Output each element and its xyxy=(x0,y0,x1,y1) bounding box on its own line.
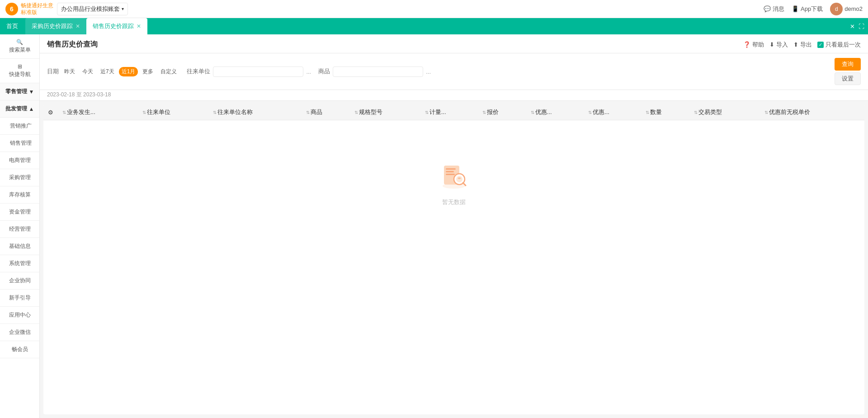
table-header-price[interactable]: ⇅报价 xyxy=(478,104,526,120)
message-icon: 💬 xyxy=(764,5,771,12)
svg-rect-4 xyxy=(446,174,455,175)
tab-sales-close-icon[interactable]: ✕ xyxy=(137,23,141,29)
table-header-quantity[interactable]: ⇅数量 xyxy=(641,104,689,120)
tab-purchase-history[interactable]: 采购历史价跟踪 ✕ xyxy=(25,18,86,34)
company-name: 办公用品行业模拟账套 xyxy=(61,5,120,13)
page-title: 销售历史价查询 xyxy=(47,40,98,49)
date-range-display: 2023-02-18 至 2023-03-18 xyxy=(47,91,111,98)
page-header: 销售历史价查询 ❓ 帮助 ⬇ 导入 ⬆ 导出 ✓ 只看最后一次 xyxy=(40,34,868,53)
sidebar-item-finance[interactable]: 资金管理 xyxy=(0,204,39,221)
sidebar-item-new-guide[interactable]: 新手引导 xyxy=(0,290,39,307)
date-btn-today[interactable]: 今天 xyxy=(80,67,96,76)
sidebar-item-operations[interactable]: 经营管理 xyxy=(0,221,39,238)
avatar: d xyxy=(830,3,843,15)
sidebar-item-inventory[interactable]: 库存核算 xyxy=(0,186,39,204)
export-icon: ⬆ xyxy=(793,41,798,48)
product-input[interactable] xyxy=(333,66,423,77)
grid-icon: ⊞ xyxy=(18,63,22,70)
logo-area: 6 畅捷通好生意 标准版 xyxy=(5,2,53,15)
setting-button[interactable]: 设置 xyxy=(835,72,861,85)
content-area: 销售历史价查询 ❓ 帮助 ⬇ 导入 ⬆ 导出 ✓ 只看最后一次 xyxy=(40,34,868,418)
table-area: ⚙ ⇅业务发生... ⇅往来单位 ⇅往来单位名称 ⇅商品 ⇅规格型号 ⇅计量..… xyxy=(43,104,864,414)
table-header-pre-tax-price[interactable]: ⇅优惠前无税单价 xyxy=(760,104,864,120)
header-left: 6 畅捷通好生意 标准版 办公用品行业模拟账套 ▾ xyxy=(5,2,128,15)
data-table: ⚙ ⇅业务发生... ⇅往来单位 ⇅往来单位名称 ⇅商品 ⇅规格型号 ⇅计量..… xyxy=(43,104,864,120)
sidebar-item-purchase[interactable]: 采购管理 xyxy=(0,169,39,186)
partner-dots[interactable]: ... xyxy=(306,68,311,75)
user-action[interactable]: d demo2 xyxy=(830,3,863,15)
table-header-partner-name[interactable]: ⇅往来单位名称 xyxy=(208,104,302,120)
sidebar-item-enterprise-collab[interactable]: 企业协同 xyxy=(0,272,39,290)
sidebar-item-wholesale-mgmt[interactable]: 批发管理 ▲ xyxy=(0,100,39,118)
sidebar-item-sales-mgmt[interactable]: 销售管理 xyxy=(0,135,39,152)
empty-text: 暂无数据 xyxy=(442,198,466,206)
svg-rect-2 xyxy=(446,168,456,170)
table-header-partner-code[interactable]: ⇅往来单位 xyxy=(138,104,208,120)
svg-rect-3 xyxy=(446,171,454,172)
date-btn-custom[interactable]: 自定义 xyxy=(158,67,179,76)
logo-icon: 6 xyxy=(5,3,18,15)
empty-state: 暂无数据 xyxy=(43,120,864,242)
page-actions: ❓ 帮助 ⬇ 导入 ⬆ 导出 ✓ 只看最后一次 xyxy=(743,41,861,49)
logo-text: 畅捷通好生意 标准版 xyxy=(21,2,53,15)
tab-bar: 首页 采购历史价跟踪 ✕ 销售历史价跟踪 ✕ ✕ ⛶ xyxy=(0,18,868,34)
date-btn-more[interactable]: 更多 xyxy=(140,67,156,76)
table-header-row: ⚙ ⇅业务发生... ⇅往来单位 ⇅往来单位名称 ⇅商品 ⇅规格型号 ⇅计量..… xyxy=(43,104,864,120)
import-button[interactable]: ⬇ 导入 xyxy=(769,41,788,49)
tab-sales-history[interactable]: 销售历史价跟踪 ✕ xyxy=(86,18,147,34)
help-icon: ❓ xyxy=(743,41,750,48)
sidebar-item-app-center[interactable]: 应用中心 xyxy=(0,307,39,324)
import-icon: ⬇ xyxy=(769,41,774,48)
sidebar-item-search-menu[interactable]: 🔍 搜索菜单 xyxy=(0,34,39,59)
fullscreen-icon[interactable]: ⛶ xyxy=(859,23,864,30)
tab-purchase-close-icon[interactable]: ✕ xyxy=(75,23,80,29)
message-action[interactable]: 💬 消息 xyxy=(764,5,784,13)
sidebar: 🔍 搜索菜单 ⊞ 快捷导航 零售管理 ▼ 批发管理 ▲ 营销推广 销售管理 电商… xyxy=(0,34,40,418)
table-header-gear[interactable]: ⚙ xyxy=(43,104,58,120)
view-last-checkbox-label[interactable]: ✓ 只看最后一次 xyxy=(817,41,861,49)
sidebar-item-members[interactable]: 畅会员 xyxy=(0,341,39,358)
close-window-icon[interactable]: ✕ xyxy=(850,23,855,30)
empty-state-icon xyxy=(436,157,472,193)
date-btn-last1month[interactable]: 近1月 xyxy=(119,67,138,76)
sidebar-item-ecommerce[interactable]: 电商管理 xyxy=(0,152,39,169)
sidebar-item-system[interactable]: 系统管理 xyxy=(0,255,39,272)
top-header: 6 畅捷通好生意 标准版 办公用品行业模拟账套 ▾ 💬 消息 📱 App下载 d… xyxy=(0,0,868,18)
tab-home-label: 首页 xyxy=(6,22,18,30)
sidebar-item-retail-mgmt[interactable]: 零售管理 ▼ xyxy=(0,83,39,100)
filter-bar: 日期 昨天 今天 近7天 近1月 更多 自定义 往来单位 ... 商品 ... xyxy=(40,53,868,90)
table-header-biz-date[interactable]: ⇅业务发生... xyxy=(58,104,138,120)
date-filter-group: 日期 昨天 今天 近7天 近1月 更多 自定义 xyxy=(47,67,179,76)
date-label: 日期 xyxy=(47,67,59,76)
partner-filter-group: 往来单位 ... xyxy=(187,66,311,77)
product-label: 商品 xyxy=(318,67,330,76)
date-btn-yesterday[interactable]: 昨天 xyxy=(61,67,78,76)
partner-label: 往来单位 xyxy=(187,67,210,76)
tab-sales-label: 销售历史价跟踪 xyxy=(93,22,134,30)
tab-bar-right: ✕ ⛶ xyxy=(850,23,868,30)
date-btn-last7days[interactable]: 近7天 xyxy=(98,67,117,76)
table-header-trade-type[interactable]: ⇅交易类型 xyxy=(689,104,760,120)
table-header-product[interactable]: ⇅商品 xyxy=(302,104,350,120)
date-options: 昨天 今天 近7天 近1月 更多 自定义 xyxy=(61,67,179,76)
table-header-discount2[interactable]: ⇅优惠... xyxy=(584,104,641,120)
sidebar-item-marketing[interactable]: 营销推广 xyxy=(0,118,39,135)
download-action[interactable]: 📱 App下载 xyxy=(792,5,823,13)
sidebar-item-enterprise-wechat[interactable]: 企业微信 xyxy=(0,324,39,341)
export-button[interactable]: ⬆ 导出 xyxy=(793,41,812,49)
view-last-checkbox[interactable]: ✓ xyxy=(817,42,824,48)
product-dots[interactable]: ... xyxy=(426,68,431,75)
query-button[interactable]: 查询 xyxy=(835,58,861,71)
table-header-unit[interactable]: ⇅计量... xyxy=(420,104,478,120)
tab-home[interactable]: 首页 xyxy=(0,18,24,34)
partner-input[interactable] xyxy=(213,66,303,77)
main-layout: 🔍 搜索菜单 ⊞ 快捷导航 零售管理 ▼ 批发管理 ▲ 营销推广 销售管理 电商… xyxy=(0,34,868,418)
table-header-discount1[interactable]: ⇅优惠... xyxy=(526,104,584,120)
sidebar-item-basic-info[interactable]: 基础信息 xyxy=(0,238,39,255)
chevron-up-wholesale-icon: ▲ xyxy=(29,106,34,112)
company-selector[interactable]: 办公用品行业模拟账套 ▾ xyxy=(57,3,128,15)
sidebar-item-quick-nav[interactable]: ⊞ 快捷导航 xyxy=(0,59,39,83)
header-right: 💬 消息 📱 App下载 d demo2 xyxy=(764,3,863,15)
help-button[interactable]: ❓ 帮助 xyxy=(743,41,764,49)
table-header-spec[interactable]: ⇅规格型号 xyxy=(350,104,420,120)
